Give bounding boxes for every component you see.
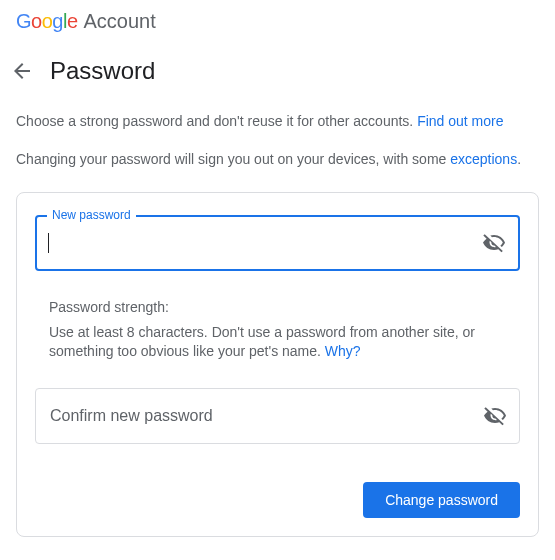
- intro-text-1: Choose a strong password and don't reuse…: [16, 113, 417, 129]
- new-password-input[interactable]: New password: [35, 215, 520, 271]
- new-password-label: New password: [47, 208, 136, 222]
- titlebar: Password: [0, 39, 555, 93]
- visibility-off-icon[interactable]: [483, 404, 507, 428]
- intro-line-2: Changing your password will sign you out…: [0, 131, 555, 169]
- strength-title: Password strength:: [49, 299, 506, 315]
- intro-text-2: Changing your password will sign you out…: [16, 151, 450, 167]
- exceptions-link[interactable]: exceptions: [450, 151, 517, 167]
- password-strength-block: Password strength: Use at least 8 charac…: [35, 299, 520, 362]
- page-title: Password: [50, 57, 155, 85]
- actions-row: Change password: [35, 482, 520, 518]
- strength-text: Use at least 8 characters. Don't use a p…: [49, 324, 475, 360]
- visibility-off-icon[interactable]: [482, 231, 506, 255]
- why-link[interactable]: Why?: [325, 343, 361, 359]
- find-out-more-link[interactable]: Find out more: [417, 113, 503, 129]
- google-logo: Google: [16, 10, 78, 33]
- password-card: New password Password strength: Use at l…: [16, 192, 539, 537]
- app-header: Google Account: [0, 0, 555, 39]
- back-arrow-icon[interactable]: [10, 59, 34, 83]
- confirm-placeholder: Confirm new password: [50, 407, 213, 425]
- strength-body: Use at least 8 characters. Don't use a p…: [49, 323, 506, 362]
- intro-text-2-post: .: [517, 151, 521, 167]
- confirm-password-input[interactable]: Confirm new password: [35, 388, 520, 444]
- intro-line-1: Choose a strong password and don't reuse…: [0, 93, 555, 131]
- account-label: Account: [84, 10, 156, 33]
- text-cursor: [48, 233, 49, 253]
- change-password-button[interactable]: Change password: [363, 482, 520, 518]
